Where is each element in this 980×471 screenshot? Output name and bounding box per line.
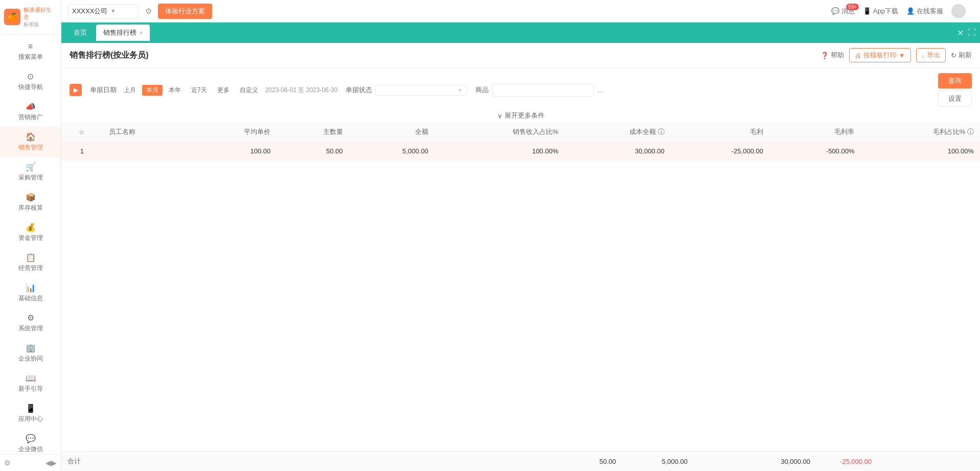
sidebar-label-corp-wechat: 企业微信	[18, 445, 43, 454]
top-header: XXXXX公司 ▼ ⚙ 体验行业方案 💬 消息 99+ 📱 App下载 👤 在线…	[61, 0, 980, 23]
sidebar-item-purchase[interactable]: 🛒采购管理	[0, 157, 61, 187]
date-range-buttons: 上月本月本年近7天更多自定义	[120, 85, 262, 96]
date-btn-本年[interactable]: 本年	[165, 85, 185, 96]
status-chevron-icon: ▼	[458, 87, 463, 93]
cell-name	[103, 142, 190, 161]
sidebar-settings-btn[interactable]: ⚙	[4, 459, 11, 467]
template-chevron-icon: ▼	[899, 52, 905, 59]
tab-sales-ranking[interactable]: 销售排行榜 ×	[96, 25, 150, 41]
footer-profit: -25,000.00	[810, 458, 872, 465]
close-tab-icon[interactable]: ✕	[957, 28, 964, 38]
sidebar-nav-list: ≡搜索菜单⊙快捷导航📣营销推广🏠销售管理🛒采购管理📦库存核算💰资金管理📋经营管理…	[0, 35, 61, 454]
mobile-icon: 📱	[863, 7, 871, 15]
tab-close-icon[interactable]: ×	[140, 30, 143, 36]
refresh-button[interactable]: ↻ 刷新	[951, 51, 972, 60]
template-print-label: 按模板打印	[863, 51, 897, 60]
template-print-button[interactable]: 🖨 按模板打印 ▼	[849, 48, 911, 62]
sidebar-item-basics[interactable]: 📊基础信息	[0, 278, 61, 308]
date-btn-上月[interactable]: 上月	[120, 85, 140, 96]
sidebar-item-search[interactable]: ≡搜索菜单	[0, 37, 61, 66]
message-badge: 99+	[846, 4, 859, 10]
sidebar-item-corp-wechat[interactable]: 💬企业微信	[0, 429, 61, 454]
sidebar-item-marketing[interactable]: 📣营销推广	[0, 97, 61, 127]
date-btn-更多[interactable]: 更多	[213, 85, 234, 96]
expand-filters-button[interactable]: ∨ 展开更多条件	[497, 111, 544, 120]
sidebar-label-marketing: 营销推广	[18, 113, 43, 122]
date-btn-近7天[interactable]: 近7天	[187, 85, 211, 96]
message-button[interactable]: 💬 消息 99+	[831, 7, 855, 16]
query-button[interactable]: 查询	[938, 73, 972, 88]
sidebar-label-purchase: 采购管理	[18, 173, 43, 182]
filter-section: ▶ 单据日期 上月本月本年近7天更多自定义 2023-06-01 至 2023-…	[61, 68, 980, 122]
expand-chevron-icon: ∨	[497, 112, 503, 120]
sidebar-item-system[interactable]: ⚙系统管理	[0, 308, 61, 338]
app-download-label: App下载	[873, 7, 898, 16]
cell-rank: 1	[61, 142, 103, 161]
online-service-button[interactable]: 👤 在线客服	[906, 7, 943, 16]
settings-button[interactable]: 设置	[938, 91, 972, 107]
sidebar-item-guide[interactable]: 📖新手引导	[0, 368, 61, 398]
sidebar-icon-guide: 📖	[26, 373, 36, 383]
footer-label: 合计	[67, 457, 149, 466]
sidebar-icon-sales: 🏠	[26, 132, 36, 142]
table-header-row: ☆员工名称平均单价主数量全额销售收入占比%成本全额 ⓘ毛利毛利率毛利占比% ⓘ	[61, 122, 980, 142]
sidebar-label-finance: 资金管理	[18, 234, 43, 242]
help-button[interactable]: ❓ 帮助	[821, 51, 844, 60]
cell-sales_pct: 100.00%	[435, 142, 565, 161]
filter-row: ▶ 单据日期 上月本月本年近7天更多自定义 2023-06-01 至 2023-…	[70, 73, 972, 107]
fullscreen-icon[interactable]: ⛶	[968, 28, 976, 38]
more-filters-label[interactable]: ...	[597, 86, 603, 94]
sidebar-item-sales[interactable]: 🏠销售管理	[0, 127, 61, 157]
col-header-qty: 主数量	[277, 122, 349, 142]
date-btn-本月[interactable]: 本月	[142, 85, 163, 96]
service-icon: 👤	[906, 7, 915, 15]
sidebar-icon-quick-nav: ⊙	[27, 72, 34, 81]
status-select[interactable]: ▼	[375, 85, 467, 96]
sidebar-icon-finance: 💰	[26, 222, 36, 232]
sidebar-item-inventory[interactable]: 📦库存核算	[0, 187, 61, 217]
header-settings-icon[interactable]: ⚙	[145, 7, 152, 16]
sidebar-collapse-btn[interactable]: ◀▶	[45, 459, 57, 467]
sidebar-item-corp-collab[interactable]: 🏢企业协同	[0, 338, 61, 368]
goods-filter: 商品 ...	[475, 84, 603, 97]
col-header-rank: ☆	[61, 122, 103, 142]
goods-input[interactable]	[492, 84, 594, 97]
sidebar-icon-basics: 📊	[26, 283, 36, 293]
date-btn-自定义[interactable]: 自定义	[236, 85, 262, 96]
trial-button[interactable]: 体验行业方案	[158, 4, 212, 19]
col-header-sales_pct: 销售收入占比%	[435, 122, 565, 142]
tab-bar: 首页 销售排行榜 × ✕ ⛶	[61, 23, 980, 43]
cell-profit: -25,000.00	[671, 142, 769, 161]
cell-profit_rate: -500.00%	[769, 142, 861, 161]
sidebar-label-operations: 经营管理	[18, 264, 43, 273]
filter-toggle-icon: ▶	[74, 86, 78, 94]
sidebar-item-finance[interactable]: 💰资金管理	[0, 217, 61, 248]
col-header-cost: 成本全额 ⓘ	[564, 122, 671, 142]
refresh-icon: ↻	[951, 52, 956, 59]
tab-home[interactable]: 首页	[65, 23, 95, 43]
sidebar-item-operations[interactable]: 📋经营管理	[0, 248, 61, 278]
sidebar-item-app-center[interactable]: 📱应用中心	[0, 398, 61, 429]
app-download-button[interactable]: 📱 App下载	[863, 7, 898, 16]
sidebar-icon-inventory: 📦	[26, 192, 36, 202]
cell-avg_price: 100.00	[190, 142, 277, 161]
cell-cost: 30,000.00	[564, 142, 671, 161]
service-label: 在线客服	[917, 7, 943, 16]
avatar[interactable]	[951, 4, 966, 18]
sidebar-label-inventory: 库存核算	[18, 204, 43, 212]
sidebar-label-quick-nav: 快捷导航	[18, 83, 43, 92]
logo-name: 畅康通好生意	[24, 6, 57, 21]
col-header-name: 员工名称	[103, 122, 190, 142]
page-toolbar: 销售排行榜(按业务员) ❓ 帮助 🖨 按模板打印 ▼ ↓ 导出 ↻ 刷新	[61, 43, 980, 68]
sidebar-icon-system: ⚙	[27, 313, 34, 323]
export-button[interactable]: ↓ 导出	[916, 48, 946, 62]
sidebar-icon-purchase: 🛒	[26, 162, 36, 172]
company-selector[interactable]: XXXXX公司 ▼	[67, 4, 139, 18]
sidebar-label-basics: 基础信息	[18, 294, 43, 303]
sidebar-item-quick-nav[interactable]: ⊙快捷导航	[0, 66, 61, 97]
help-label: 帮助	[831, 51, 844, 60]
logo-icon: 🍊	[4, 9, 20, 25]
sidebar-icon-corp-collab: 🏢	[26, 343, 36, 353]
filter-expand-section: ∨ 展开更多条件	[70, 111, 972, 120]
filter-toggle-btn[interactable]: ▶	[70, 84, 82, 96]
